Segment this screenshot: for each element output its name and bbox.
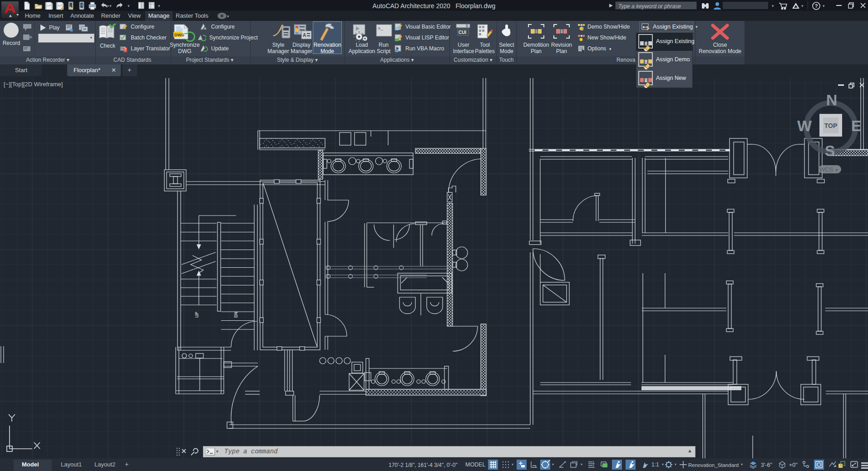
svg-text:DWG: DWG [174,33,184,37]
svg-text:W: W [797,117,812,134]
svg-text:>_: >_ [378,26,384,31]
svg-text:[−][Top][2D Wireframe]: [−][Top][2D Wireframe] [4,81,63,88]
svg-text:WCS: WCS [819,166,833,173]
svg-text:TOP: TOP [824,122,838,129]
svg-text:A: A [303,33,306,38]
svg-text:N: N [826,91,838,108]
svg-text:A: A [9,14,12,18]
svg-text:UP: UP [194,311,200,318]
svg-text:CUI: CUI [459,30,466,35]
svg-text:E: E [851,117,862,134]
svg-text:S: S [825,142,835,159]
svg-text:▾: ▾ [835,167,838,172]
svg-text:?: ? [815,3,818,9]
svg-text:▾: ▾ [227,14,229,19]
svg-text:DN: DN [233,312,239,318]
